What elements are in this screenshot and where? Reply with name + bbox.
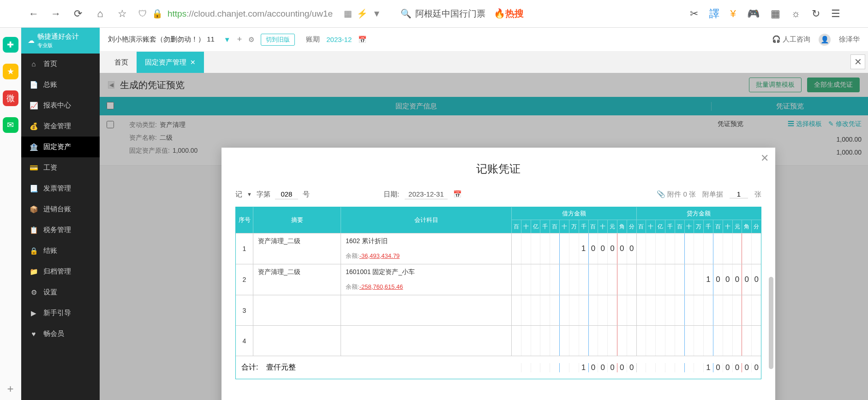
amount-digit[interactable] (733, 326, 742, 356)
amount-digit[interactable] (579, 264, 589, 295)
period-value[interactable]: 2023-12 (326, 36, 352, 43)
calendar-icon[interactable]: 📅 (453, 190, 462, 198)
amount-digit[interactable]: 0 (617, 233, 627, 264)
cell-summary[interactable]: 资产清理_二级 (253, 264, 341, 295)
amount-digit[interactable] (531, 326, 541, 356)
amount-digit[interactable] (656, 264, 665, 295)
amount-digit[interactable]: 0 (713, 363, 723, 372)
amount-digit[interactable] (540, 264, 550, 295)
qr-icon[interactable]: ▦ (344, 8, 352, 19)
amount-digit[interactable] (694, 295, 704, 325)
cell-summary[interactable] (253, 295, 341, 325)
amount-digit[interactable] (742, 295, 752, 325)
amount-digit[interactable] (646, 363, 656, 372)
amount-digit[interactable]: 0 (713, 264, 723, 295)
nav-tax[interactable]: 📋税务管理 (21, 220, 100, 240)
amount-digit[interactable]: 0 (608, 363, 617, 372)
chevron-down-icon[interactable]: ▼ (247, 191, 252, 197)
amount-digit[interactable]: 0 (723, 363, 733, 372)
forward-icon[interactable]: → (50, 8, 62, 20)
os-app-mail[interactable]: ✉ (3, 117, 18, 133)
amount-digit[interactable]: 1 (579, 363, 589, 372)
amount-digit[interactable] (656, 295, 665, 325)
amount-digit[interactable] (694, 363, 704, 372)
amount-digit[interactable] (733, 233, 742, 264)
amount-digit[interactable] (598, 264, 608, 295)
amount-digit[interactable] (521, 326, 531, 356)
amount-digit[interactable]: 0 (733, 264, 742, 295)
amount-digit[interactable] (540, 233, 550, 264)
amount-digit[interactable] (704, 326, 713, 356)
amount-digit[interactable] (560, 326, 569, 356)
amount-digit[interactable] (713, 233, 723, 264)
amount-digit[interactable] (531, 363, 541, 372)
amount-digit[interactable] (713, 295, 723, 325)
amount-digit[interactable] (560, 233, 569, 264)
amount-digit[interactable]: 0 (608, 233, 617, 264)
cell-subject[interactable]: 1601001 固定资产_小车余额:-258,760,615.46 (341, 264, 512, 295)
amount-digit[interactable] (637, 295, 647, 325)
amount-digit[interactable] (550, 326, 560, 356)
amount-digit[interactable] (579, 326, 589, 356)
amount-digit[interactable] (723, 295, 733, 325)
nav-asset[interactable]: 🏦固定资产 (21, 137, 100, 157)
amount-digit[interactable] (598, 295, 608, 325)
search-box[interactable]: 🔍 阿根廷中国行门票 🔥热搜 (401, 7, 524, 20)
tab-asset-mgmt[interactable]: 固定资产管理✕ (137, 52, 204, 73)
amount-digit[interactable] (742, 326, 752, 356)
os-app-1[interactable]: ✚ (3, 37, 18, 53)
amount-digit[interactable] (550, 295, 560, 325)
game-icon[interactable]: 🎮 (747, 8, 760, 20)
date-value[interactable]: 2023-12-31 (405, 189, 448, 199)
account-name[interactable]: 刘小艳演示账套（勿删勿动！） 11 (108, 35, 215, 44)
amount-digit[interactable] (675, 363, 685, 372)
amount-digit[interactable]: 0 (742, 363, 752, 372)
amount-digit[interactable] (531, 264, 541, 295)
amount-digit[interactable] (694, 326, 704, 356)
nav-archive[interactable]: 📁归档管理 (21, 261, 100, 282)
amount-digit[interactable] (540, 363, 550, 372)
nav-home[interactable]: ⌂首页 (21, 54, 100, 74)
amount-digit[interactable] (521, 233, 531, 264)
amount-digit[interactable] (637, 233, 647, 264)
amount-digit[interactable]: 0 (617, 363, 627, 372)
amount-digit[interactable] (608, 264, 617, 295)
amount-digit[interactable] (560, 363, 569, 372)
amount-digit[interactable] (540, 295, 550, 325)
amount-digit[interactable] (694, 264, 704, 295)
os-app-weibo[interactable]: 微 (3, 90, 18, 106)
amount-digit[interactable] (521, 264, 531, 295)
cell-subject[interactable]: 1602 累计折旧余额:-36,493,434.79 (341, 233, 512, 264)
amount-digit[interactable]: 1 (704, 264, 713, 295)
cell-subject[interactable] (341, 295, 512, 325)
amount-digit[interactable] (569, 363, 579, 372)
amount-digit[interactable] (752, 295, 761, 325)
amount-digit[interactable]: 0 (742, 264, 752, 295)
modal-scrollbar[interactable] (769, 277, 773, 369)
add-account-icon[interactable]: + (237, 35, 242, 44)
amount-digit[interactable] (512, 326, 521, 356)
os-app-2[interactable]: ★ (3, 64, 18, 79)
amount-digit[interactable] (646, 264, 656, 295)
amount-digit[interactable] (617, 326, 627, 356)
amount-digit[interactable] (742, 233, 752, 264)
menu-icon[interactable]: ☰ (831, 8, 840, 20)
amount-digit[interactable] (694, 233, 704, 264)
amount-digit[interactable]: 0 (627, 233, 636, 264)
amount-digit[interactable] (531, 233, 541, 264)
history-icon[interactable]: ↻ (812, 8, 820, 20)
amount-digit[interactable]: 0 (723, 264, 733, 295)
amount-digit[interactable] (675, 233, 685, 264)
nav-report[interactable]: 📈报表中心 (21, 95, 100, 116)
amount-digit[interactable] (685, 264, 694, 295)
amount-digit[interactable] (512, 363, 521, 372)
amount-digit[interactable] (704, 295, 713, 325)
amount-digit[interactable]: 0 (752, 264, 761, 295)
amount-digit[interactable] (560, 295, 569, 325)
amount-digit[interactable] (627, 264, 636, 295)
star-icon[interactable]: ☆ (116, 8, 128, 20)
translate-icon[interactable]: 譯 (709, 7, 719, 21)
amount-digit[interactable] (723, 326, 733, 356)
amount-digit[interactable] (675, 264, 685, 295)
cell-summary[interactable]: 资产清理_二级 (253, 233, 341, 264)
